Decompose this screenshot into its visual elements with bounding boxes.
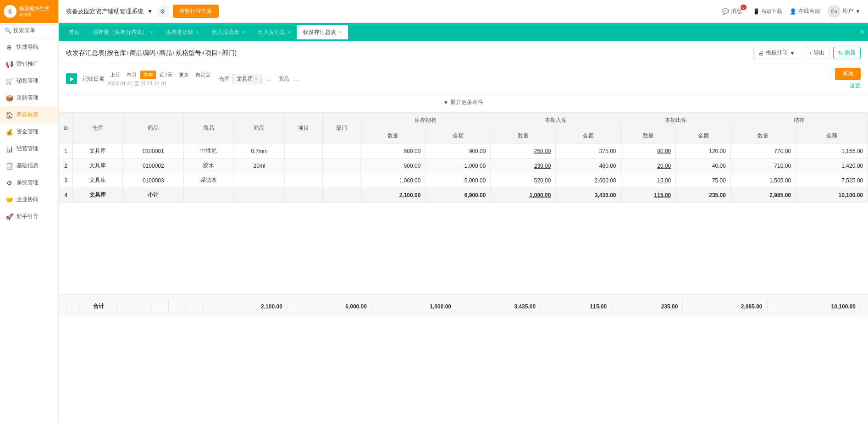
settings-link[interactable]: 设置 [850, 82, 861, 90]
warehouse-tag-close[interactable]: × [255, 77, 258, 82]
subtotal-out-amt: 235.00 [676, 188, 731, 203]
row2-in-amt: 460.00 [556, 159, 621, 173]
sidebar-item-corp[interactable]: 🤝 企业协同 [0, 191, 58, 208]
row1-out-qty[interactable]: 80.00 [621, 144, 676, 159]
settings-button[interactable]: ⚙ [156, 5, 169, 18]
tab-inventory-dist[interactable]: 现存量（库存分布表） × [86, 25, 160, 39]
col-out-period-header: 本期出库 [621, 113, 730, 128]
tab-in-out-flow[interactable]: 出入库流水 × [205, 25, 251, 39]
tab-flow-label: 出入库流水 [212, 28, 239, 36]
filter-expand-button[interactable]: ▶ [66, 73, 77, 84]
sidebar-item-finance[interactable]: 💰 资金管理 [0, 123, 58, 140]
user-chevron-icon: ▼ [855, 8, 861, 15]
export-button[interactable]: ↑ 导出 [804, 47, 829, 59]
sales-icon: 🛒 [6, 77, 13, 85]
logo-icon: 6 [4, 5, 17, 18]
date-last-month[interactable]: 上月 [107, 71, 123, 79]
export-icon: ↑ [809, 50, 812, 56]
row3-out-qty[interactable]: 15.00 [621, 173, 676, 188]
tab-close-icon[interactable]: × [196, 30, 199, 35]
col-settings[interactable]: ⚙ [59, 113, 73, 144]
user-action[interactable]: Ea 用户 ▼ [828, 5, 861, 18]
row3-in-qty[interactable]: 520.00 [491, 173, 556, 188]
sidebar-item-marketing[interactable]: 📢 营销推广 [0, 55, 58, 72]
top-header: 装备及固定资产辅助管理系统 ▼ ⚙ 体验行业方案 💬 6 消息 📱 App下载 … [59, 0, 868, 23]
subtotal-in-qty[interactable]: 1,000.00 [491, 188, 556, 203]
row2-project [285, 159, 322, 173]
sidebar-logo: 6 畅捷通好生意 标准版 [0, 0, 58, 23]
sidebar-item-guide[interactable]: 🚀 新手引导 [0, 208, 58, 225]
tab-close-icon[interactable]: × [288, 30, 291, 35]
tab-close-icon[interactable]: × [242, 30, 245, 35]
sidebar-item-sales[interactable]: 🛒 销售管理 [0, 72, 58, 89]
expand-more-row: ▼ 展开更多条件 [59, 95, 868, 112]
row1-close-qty: 770.00 [730, 144, 796, 159]
sidebar-item-operation[interactable]: 📊 经营管理 [0, 140, 58, 157]
chevron-down-icon: ▼ [790, 50, 795, 56]
tab-close-icon[interactable]: × [339, 30, 342, 35]
online-service-action[interactable]: 👤 在线客服 [790, 7, 820, 15]
query-button[interactable]: 查询 [835, 68, 861, 80]
expand-more-btn[interactable]: ▼ 展开更多条件 [443, 97, 484, 108]
footer-open-amt: 6,900.00 [287, 299, 371, 314]
tab-close-icon[interactable]: × [150, 30, 153, 35]
template-print-button[interactable]: 🖨 模板打印 ▼ [753, 47, 800, 59]
inventory-icon: 🏠 [6, 111, 13, 119]
subtotal-open-amt: 6,900.00 [426, 188, 491, 203]
sidebar-item-quick-nav[interactable]: ⊕ 快捷导航 [0, 38, 58, 55]
tab-receive-summary[interactable]: 收发存汇总表 × [297, 25, 348, 39]
row2-in-qty[interactable]: 230.00 [491, 159, 556, 173]
row3-close-amt: 7,525.00 [796, 173, 868, 188]
system-dropdown[interactable]: ▼ [147, 8, 153, 15]
row1-spec: 0.7mm [234, 144, 285, 159]
trial-button[interactable]: 体验行业方案 [173, 5, 219, 18]
expand-down-icon: ▼ [443, 99, 449, 106]
tab-in-out-summary[interactable]: 出入库汇总 × [251, 25, 297, 39]
sidebar-search[interactable]: 🔍 搜索菜单 [0, 23, 58, 38]
tab-home[interactable]: 首页 [62, 25, 86, 39]
row2-open-qty: 500.00 [360, 159, 426, 173]
tab-bar-close-icon[interactable]: × [860, 28, 864, 36]
main-area: 装备及固定资产辅助管理系统 ▼ ⚙ 体验行业方案 💬 6 消息 📱 App下载 … [59, 0, 868, 423]
subtotal-out-qty[interactable]: 115.00 [621, 188, 676, 203]
subtotal-in-amt: 3,435.00 [556, 188, 621, 203]
row2-open-amt: 1,000.00 [426, 159, 491, 173]
search-icon: 🔍 [5, 27, 11, 34]
row2-no: 2 [59, 159, 73, 173]
row1-dept [322, 144, 360, 159]
app-download-action[interactable]: 📱 App下载 [753, 7, 782, 15]
sidebar-item-basic[interactable]: 📋 基础信息 [0, 157, 58, 174]
date-7days[interactable]: 近7天 [157, 71, 175, 79]
date-range-picker: 上月 本月 本年 近7天 更多 自定义 2023-01-01 至 2023-12… [107, 71, 213, 87]
row1-out-amt: 120.00 [676, 144, 731, 159]
row2-out-qty[interactable]: 20.00 [621, 159, 676, 173]
subtotal-empty2 [234, 188, 285, 203]
expand-icon: ▶ [70, 76, 74, 82]
sidebar-item-inventory[interactable]: 🏠 库存核算 [0, 106, 58, 123]
page-header: 收发存汇总表(按仓库+商品编码+商品+规格型号+项目+部门) 🖨 模板打印 ▼ … [59, 41, 868, 63]
date-this-year[interactable]: 本年 [140, 71, 156, 79]
goods-filter-group: 商品 ... [278, 75, 300, 83]
sidebar-item-label: 资金管理 [17, 128, 39, 136]
row1-open-qty: 600.00 [360, 144, 426, 159]
sidebar-item-system[interactable]: ⚙ 系统管理 [0, 174, 58, 191]
avatar: Ea [828, 5, 840, 18]
date-custom[interactable]: 自定义 [193, 71, 213, 79]
col-code-header: 商品 [123, 113, 184, 144]
guide-icon: 🚀 [6, 213, 13, 220]
data-table-container: ⚙ 仓库 商品 商品 商品 项目 部门 库存期初 本期入库 本期出库 结存 数量 [59, 112, 868, 203]
table-footer: 合计 2,100.00 6,900.00 1,000.00 3,435.00 1… [59, 294, 868, 318]
footer-close-qty: 2,985.00 [683, 299, 767, 314]
col-project-header: 项目 [285, 113, 322, 144]
row1-in-qty[interactable]: 250.00 [491, 144, 556, 159]
goods-more-btn[interactable]: ... [292, 75, 300, 83]
tab-batch-ledger[interactable]: 库存批次账 × [160, 25, 205, 39]
date-more[interactable]: 更多 [176, 71, 192, 79]
warehouse-more-btn[interactable]: ... [265, 75, 273, 83]
subtotal-warehouse: 文具库 [73, 188, 123, 203]
date-this-month[interactable]: 本月 [124, 71, 139, 79]
sidebar-item-purchase[interactable]: 📦 采购管理 [0, 89, 58, 106]
refresh-button[interactable]: ↻ 刷新 [833, 47, 861, 59]
message-label: 消息 [731, 7, 742, 15]
message-action[interactable]: 💬 6 消息 [722, 7, 742, 15]
